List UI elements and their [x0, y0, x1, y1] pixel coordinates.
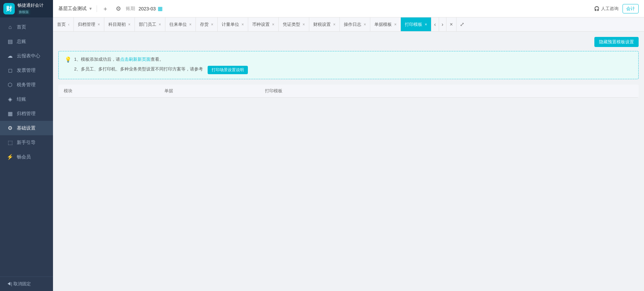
- close-icon[interactable]: ×: [303, 22, 305, 27]
- close-icon[interactable]: ×: [364, 22, 366, 27]
- gear-icon[interactable]: ⚙: [114, 4, 122, 14]
- info-line1-prefix: 1、模板添加成功后，请: [74, 57, 120, 62]
- add-icon[interactable]: ＋: [101, 3, 110, 14]
- tab-label: 首页: [57, 21, 66, 28]
- cancel-fixed-btn[interactable]: ◀| 取消固定: [0, 277, 53, 291]
- company-selector[interactable]: 基层工会测试 ▼: [58, 6, 93, 12]
- col-print-template: 打印模板: [260, 85, 639, 97]
- logo-name: 畅捷通好会计: [17, 3, 44, 8]
- topbar: 基层工会测试 ▼ ＋ ⚙ 账期 2023-03 ▦ 🎧 人工咨询 会计: [53, 0, 644, 17]
- sidebar-item-label: 总账: [17, 39, 26, 45]
- sidebar-item-archive[interactable]: ▦ 归档管理: [0, 106, 53, 121]
- data-table: 模块 单据 打印模板: [58, 85, 639, 98]
- sidebar-item-guide[interactable]: ⬚ 新手引导: [0, 135, 53, 150]
- sidebar-item-settings[interactable]: ⚙ 基础设置: [0, 121, 53, 135]
- sidebar-item-ledger[interactable]: ▤ 总账: [0, 34, 53, 49]
- sidebar-item-label: 云报表中心: [17, 53, 40, 59]
- tab-label: 单据模板: [374, 21, 392, 28]
- sidebar-nav: ⌂ 首页 ▤ 总账 ☁ 云报表中心 ◻ 发票管理 ⬡ 税务管理 ◈ 结账 ▦ 归…: [0, 17, 53, 277]
- info-box: 💡 1、模板添加成功后，请点击刷新新页面查看。 💡 2、多员工、多打印机、多种业…: [58, 51, 639, 79]
- table-header: 模块 单据 打印模板: [58, 85, 639, 98]
- close-icon[interactable]: ×: [272, 22, 274, 27]
- tab-supplier[interactable]: 往来单位 ×: [165, 17, 196, 31]
- tab-currency[interactable]: 币种设置 ×: [248, 17, 279, 31]
- tab-single-template[interactable]: 单据模板 ×: [370, 17, 401, 31]
- kuaiji-button[interactable]: 会计: [623, 4, 639, 13]
- close-icon[interactable]: ×: [159, 22, 161, 27]
- closing-icon: ◈: [7, 96, 13, 102]
- sidebar-item-label: 发票管理: [17, 67, 36, 74]
- tab-department[interactable]: 部门员工 ×: [135, 17, 165, 31]
- close-icon[interactable]: ×: [211, 22, 213, 27]
- tab-label: 打印模板: [405, 21, 422, 28]
- logo-icon: 财: [3, 3, 15, 14]
- archive-icon: ▦: [7, 110, 13, 117]
- sidebar-item-invoice[interactable]: ◻ 发票管理: [0, 63, 53, 78]
- period-display: 账期 2023-03 ▦: [126, 5, 163, 12]
- tab-label: 存货: [200, 21, 209, 28]
- tab-label: 部门员工: [139, 21, 156, 28]
- tab-nav-arrow[interactable]: ‹: [68, 22, 69, 27]
- tab-label: 操作日志: [344, 21, 361, 28]
- tab-label: 计量单位: [222, 21, 239, 28]
- sidebar: 财 畅捷通好会计 旗舰版 ⌂ 首页 ▤ 总账 ☁ 云报表中心 ◻ 发票管理 ⬡ …: [0, 0, 53, 291]
- tab-label: 币种设置: [252, 21, 270, 28]
- company-name: 基层工会测试: [58, 6, 87, 12]
- tab-subject[interactable]: 科目期初 ×: [104, 17, 135, 31]
- topbar-actions: ＋ ⚙: [101, 3, 122, 14]
- close-icon[interactable]: ×: [333, 22, 335, 27]
- sidebar-item-tax[interactable]: ⬡ 税务管理: [0, 78, 53, 92]
- col-module: 模块: [58, 85, 159, 97]
- info-row-1: 💡 1、模板添加成功后，请点击刷新新页面查看。: [65, 56, 632, 63]
- calendar-icon[interactable]: ▦: [158, 5, 163, 12]
- close-icon[interactable]: ×: [425, 22, 427, 27]
- tab-next-btn[interactable]: ›: [439, 17, 446, 31]
- tab-archive[interactable]: 归档管理 ×: [74, 17, 104, 31]
- app-logo: 财 畅捷通好会计 旗舰版: [0, 0, 53, 17]
- hide-preview-btn[interactable]: 隐藏预置模板设置: [594, 37, 639, 47]
- settings-icon: ⚙: [7, 125, 13, 131]
- refresh-link[interactable]: 点击刷新新页面: [120, 57, 151, 62]
- cloud-icon: ☁: [7, 53, 13, 59]
- sidebar-item-label: 税务管理: [17, 82, 36, 88]
- ledger-icon: ▤: [7, 38, 13, 45]
- guide-icon: ⬚: [7, 139, 13, 146]
- close-icon[interactable]: ×: [394, 22, 396, 27]
- tab-label: 往来单位: [169, 21, 187, 28]
- info-line2-prefix: 2、多员工、多打印机、多种业务类型设置不同打印方案等，请参考: [74, 66, 203, 73]
- close-icon[interactable]: ×: [241, 22, 244, 27]
- sidebar-item-closing[interactable]: ◈ 结账: [0, 92, 53, 106]
- home-icon: ⌂: [7, 24, 13, 30]
- period-label: 账期: [126, 6, 135, 12]
- sidebar-item-home[interactable]: ⌂ 首页: [0, 20, 53, 34]
- sidebar-item-member[interactable]: ⚡ 畅会员: [0, 150, 53, 164]
- sidebar-item-label: 归档管理: [17, 111, 36, 117]
- tab-close-all-btn[interactable]: ×: [446, 17, 457, 31]
- bulb-icon: 💡: [65, 56, 71, 63]
- tab-prev-btn[interactable]: ‹: [431, 17, 439, 31]
- tab-expand-btn[interactable]: ⤢: [457, 17, 468, 31]
- sidebar-item-label: 结账: [17, 96, 26, 102]
- tab-voucher-type[interactable]: 凭证类型 ×: [279, 17, 309, 31]
- tab-inventory[interactable]: 存货 ×: [196, 17, 218, 31]
- info-row-2: 💡 2、多员工、多打印机、多种业务类型设置不同打印方案等，请参考 打印场景设置说…: [65, 66, 632, 74]
- close-icon[interactable]: ×: [98, 22, 100, 27]
- tab-print-template[interactable]: 打印模板 ×: [401, 17, 431, 31]
- tab-home[interactable]: 首页 ‹: [53, 17, 74, 31]
- tab-tax-settings[interactable]: 财税设置 ×: [309, 17, 340, 31]
- close-icon[interactable]: ×: [128, 22, 130, 27]
- topbar-right: 🎧 人工咨询 会计: [594, 4, 639, 13]
- main-area: 基层工会测试 ▼ ＋ ⚙ 账期 2023-03 ▦ 🎧 人工咨询 会计 首页 ‹…: [53, 0, 644, 291]
- support-button[interactable]: 🎧 人工咨询: [594, 6, 619, 12]
- print-scene-btn[interactable]: 打印场景设置说明: [208, 66, 248, 74]
- tab-operation-log[interactable]: 操作日志 ×: [340, 17, 370, 31]
- close-icon[interactable]: ×: [189, 22, 192, 27]
- tab-unit[interactable]: 计量单位 ×: [218, 17, 248, 31]
- page-content: 隐藏预置模板设置 💡 1、模板添加成功后，请点击刷新新页面查看。 💡 2、多员工…: [53, 32, 644, 291]
- tab-label: 归档管理: [78, 21, 95, 28]
- headset-icon: 🎧: [594, 6, 599, 11]
- logo-sub: 旗舰版: [17, 9, 30, 15]
- sidebar-item-reports[interactable]: ☁ 云报表中心: [0, 49, 53, 63]
- tab-label: 凭证类型: [283, 21, 300, 28]
- info-line1-suffix: 查看。: [151, 57, 164, 62]
